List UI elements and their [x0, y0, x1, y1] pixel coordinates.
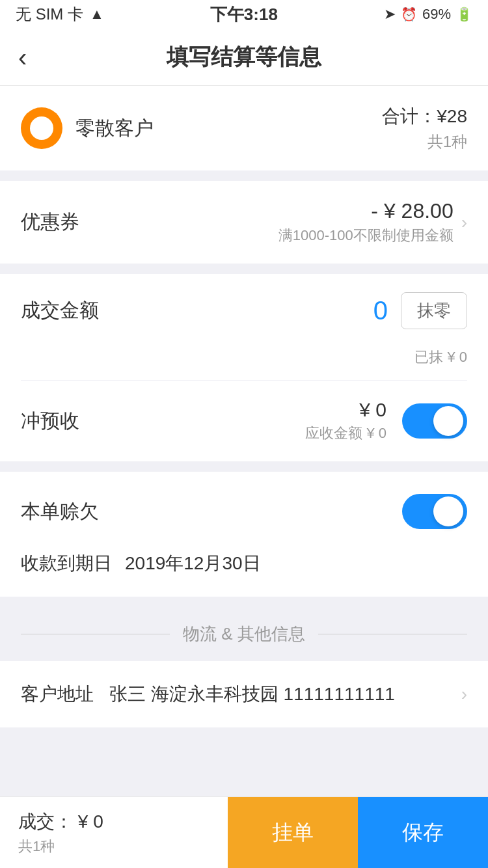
due-date-row: 收款到期日 2019年12月30日 [0, 551, 488, 597]
address-label: 客户地址 [21, 682, 94, 707]
bottom-bar: 成交： ¥ 0 共1种 挂单 保存 [0, 796, 488, 868]
debt-label: 本单赊欠 [21, 498, 99, 525]
avatar-inner [30, 116, 53, 140]
status-right: ➤ ⏰ 69% 🔋 [384, 6, 472, 23]
customer-name: 零散客户 [75, 115, 154, 142]
transaction-label: 成交金额 [21, 297, 99, 324]
round-off-button[interactable]: 抹零 [401, 292, 467, 329]
coupon-desc: 满1000-100不限制使用金额 [278, 226, 454, 245]
prepay-toggle[interactable] [402, 403, 467, 439]
coupon-row[interactable]: 优惠券 - ¥ 28.00 满1000-100不限制使用金额 › [0, 181, 488, 264]
bottom-count: 共1种 [18, 837, 210, 856]
toggle-knob [433, 406, 463, 436]
logistics-text: 物流 & 其他信息 [170, 623, 318, 645]
prepay-right: ¥ 0 应收金额 ¥ 0 [305, 399, 467, 443]
bottom-info: 成交： ¥ 0 共1种 [0, 809, 228, 856]
avatar [21, 107, 62, 149]
debt-toggle[interactable] [402, 494, 467, 529]
transaction-amount: 0 [373, 296, 388, 325]
nav-bar: ‹ 填写结算等信息 [0, 29, 488, 86]
status-left: 无 SIM 卡 ▲ [16, 4, 104, 25]
page-title: 填写结算等信息 [167, 42, 321, 72]
customer-left: 零散客户 [21, 107, 154, 149]
transaction-right: 0 抹零 [373, 292, 467, 329]
due-date-label: 收款到期日 [21, 551, 112, 576]
total-count: 共1种 [382, 131, 467, 152]
customer-right: 合计：¥28 共1种 [382, 104, 467, 152]
bottom-transaction: 成交： ¥ 0 [18, 809, 210, 834]
wifi-icon: ▲ [90, 6, 104, 23]
customer-row: 零散客户 合计：¥28 共1种 [0, 86, 488, 170]
coupon-amount: - ¥ 28.00 [278, 199, 454, 223]
logistics-divider: 物流 & 其他信息 [0, 607, 488, 661]
debt-section: 本单赊欠 收款到期日 2019年12月30日 [0, 472, 488, 597]
prepay-amount: ¥ 0 [305, 399, 386, 421]
total-amount: 合计：¥28 [382, 104, 467, 129]
back-button[interactable]: ‹ [18, 44, 27, 70]
coupon-info: - ¥ 28.00 满1000-100不限制使用金额 [278, 199, 454, 245]
address-chevron-icon: › [461, 684, 467, 705]
coupon-label: 优惠券 [21, 209, 79, 236]
prepay-row: 冲预收 ¥ 0 应收金额 ¥ 0 [0, 381, 488, 461]
logistics-line-right [318, 634, 467, 634]
debt-toggle-knob [433, 496, 463, 526]
bottom-transaction-amount: ¥ 0 [78, 811, 103, 832]
content: 零散客户 合计：¥28 共1种 优惠券 - ¥ 28.00 满1000-100不… [0, 86, 488, 806]
transaction-section: 成交金额 0 抹零 已抹 ¥ 0 冲预收 ¥ 0 应收金额 ¥ 0 [0, 274, 488, 461]
customer-section: 零散客户 合计：¥28 共1种 [0, 86, 488, 170]
due-date-value: 2019年12月30日 [125, 551, 261, 576]
already-rounded: 已抹 ¥ 0 [0, 347, 488, 380]
battery-icon: 🔋 [456, 7, 472, 22]
transaction-row: 成交金额 0 抹零 [0, 274, 488, 347]
save-button[interactable]: 保存 [358, 797, 488, 869]
address-row[interactable]: 客户地址 张三 海淀永丰科技园 11111111111 › [0, 661, 488, 727]
coupon-right: - ¥ 28.00 满1000-100不限制使用金额 › [278, 199, 467, 245]
pending-button[interactable]: 挂单 [228, 797, 358, 869]
status-time: 下午3:18 [210, 3, 278, 26]
battery-text: 69% [422, 6, 451, 23]
address-section: 客户地址 张三 海淀永丰科技园 11111111111 › [0, 661, 488, 727]
bottom-transaction-label: 成交： [18, 811, 73, 832]
address-value: 张三 海淀永丰科技园 11111111111 [109, 682, 461, 707]
logistics-line-left [21, 634, 170, 634]
coupon-chevron-icon: › [461, 212, 467, 233]
coupon-section: 优惠券 - ¥ 28.00 满1000-100不限制使用金额 › [0, 181, 488, 264]
prepay-label: 冲预收 [21, 408, 79, 435]
prepay-amounts: ¥ 0 应收金额 ¥ 0 [305, 399, 386, 443]
alarm-icon: ⏰ [401, 7, 417, 22]
status-bar: 无 SIM 卡 ▲ 下午3:18 ➤ ⏰ 69% 🔋 [0, 0, 488, 29]
receivable-amount: 应收金额 ¥ 0 [305, 424, 386, 443]
carrier-text: 无 SIM 卡 [16, 4, 83, 25]
debt-row: 本单赊欠 [0, 472, 488, 551]
location-icon: ➤ [384, 6, 396, 23]
